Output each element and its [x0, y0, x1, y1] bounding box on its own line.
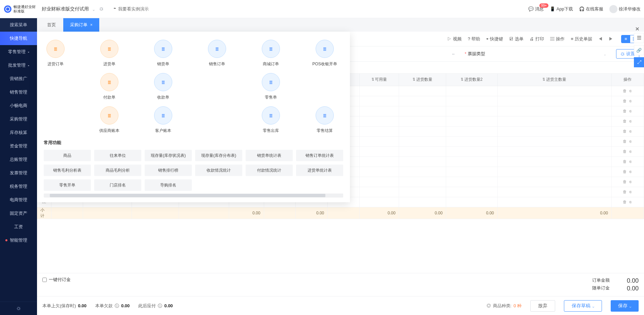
sidebar-item-13[interactable]: 固定资产: [0, 207, 37, 220]
th-inmain[interactable]: ⇅ 进货主数量: [497, 74, 611, 86]
common-function-chip[interactable]: 门店排名: [94, 179, 141, 191]
sidebar-item-7[interactable]: 库存核算: [0, 126, 37, 139]
org-settings-icon[interactable]: ⚙: [99, 6, 104, 11]
dock-btn-2[interactable]: 🔗: [634, 45, 644, 55]
delete-row-icon[interactable]: 🗑: [623, 89, 627, 93]
scrollbar-thumb[interactable]: [50, 194, 325, 197]
delete-row-icon[interactable]: 🗑: [623, 129, 627, 134]
delete-row-icon[interactable]: 🗑: [623, 139, 627, 144]
quicknav-node[interactable]: 销售订单: [205, 40, 229, 67]
common-function-chip[interactable]: 零售开单: [44, 179, 91, 191]
save-button[interactable]: 保存 ⌄: [611, 300, 639, 312]
next-doc-button[interactable]: ▶: [609, 36, 613, 42]
common-function-chip[interactable]: 收款情况统计: [195, 165, 242, 176]
tab-home[interactable]: 首页: [40, 18, 63, 32]
sidebar-item-2[interactable]: 批发管理▴: [0, 59, 37, 72]
sidebar-item-9[interactable]: 总账管理: [0, 153, 37, 166]
quicknav-node[interactable]: 进货单: [98, 40, 121, 67]
add-row-icon[interactable]: ⊕: [629, 119, 632, 124]
quicknav-node[interactable]: 零售结算: [313, 106, 336, 134]
save-draft-button[interactable]: 保存草稿 ⌄: [564, 300, 602, 312]
common-function-chip[interactable]: 付款情况统计: [246, 165, 293, 176]
messages-button[interactable]: 💬 消息 99+: [528, 6, 544, 12]
user-menu[interactable]: 徐泽华修改: [609, 5, 641, 13]
th-inqty2[interactable]: ⇅ 进货数量2: [446, 74, 498, 86]
add-row-icon[interactable]: ⊕: [629, 89, 632, 93]
sidebar-item-1[interactable]: 零售管理▾: [0, 45, 37, 59]
th-avail[interactable]: ⇅ 可用量: [360, 74, 399, 86]
add-row-icon[interactable]: ⊕: [629, 99, 632, 103]
quicknav-node[interactable]: 客户账本: [151, 106, 175, 134]
view-list-button[interactable]: ≡: [621, 35, 630, 43]
sidebar-item-12[interactable]: 电商管理: [0, 193, 37, 207]
video-button[interactable]: ▷ 视频: [447, 36, 462, 42]
add-row-icon[interactable]: ⊕: [629, 200, 632, 204]
sidebar-item-8[interactable]: 资金管理: [0, 139, 37, 153]
sidebar-item-10[interactable]: 发票管理: [0, 166, 37, 180]
quicknav-node[interactable]: 销货单: [151, 40, 175, 67]
dock-btn-3[interactable]: ⤢: [634, 57, 644, 67]
history-button[interactable]: ≡ 历史单据: [571, 36, 592, 42]
sidebar-search[interactable]: 搜索菜单: [0, 18, 37, 32]
add-row-icon[interactable]: ⊕: [629, 159, 632, 164]
quicknav-node[interactable]: 零售单: [259, 73, 283, 100]
add-row-icon[interactable]: ⊕: [629, 129, 632, 134]
print-button[interactable]: 🖨 打印: [530, 36, 544, 42]
abandon-button[interactable]: 放弃: [530, 300, 555, 312]
invoice-type-field[interactable]: 票据类型 ⌄: [465, 51, 606, 57]
sidebar-item-6[interactable]: 采购管理: [0, 112, 37, 126]
add-row-icon[interactable]: ⊕: [629, 139, 632, 144]
demo-link[interactable]: ☁ 我要看实例演示: [114, 6, 149, 12]
common-function-chip[interactable]: 销货单统计表: [246, 150, 293, 161]
common-function-chip[interactable]: 现存量(库存分布表): [195, 150, 242, 161]
quicknav-node[interactable]: 付款单: [98, 73, 121, 100]
delete-row-icon[interactable]: 🗑: [623, 169, 627, 174]
common-function-chip[interactable]: 销售订单统计表: [296, 150, 343, 161]
sidebar-item-15[interactable]: 智能管理: [0, 234, 37, 247]
delete-row-icon[interactable]: 🗑: [623, 149, 627, 154]
quicknav-node[interactable]: 零售出库: [259, 106, 283, 134]
org-selector[interactable]: 好业财标准版交付试用 ⌄: [42, 6, 95, 12]
delete-row-icon[interactable]: 🗑: [623, 119, 627, 124]
customer-service-button[interactable]: 🎧 在线客服: [579, 6, 603, 12]
sidebar-item-11[interactable]: 税务管理: [0, 180, 37, 193]
quicknav-node[interactable]: POS收银开单: [313, 40, 336, 67]
sidebar-item-14[interactable]: 工资: [0, 220, 37, 234]
delete-row-icon[interactable]: 🗑: [623, 99, 627, 103]
add-row-icon[interactable]: ⊕: [629, 169, 632, 174]
delete-row-icon[interactable]: 🗑: [623, 109, 627, 113]
help-icon[interactable]: ⓘ: [158, 303, 162, 309]
tab-purchase-order[interactable]: 采购订单 ×: [63, 18, 99, 32]
shortcut-button[interactable]: ⌨ 快捷键: [486, 36, 503, 42]
sidebar-item-0[interactable]: 快捷导航: [0, 32, 37, 45]
quicknav-node[interactable]: 进货订单: [44, 40, 67, 67]
operate-button[interactable]: ▤ 操作: [550, 36, 565, 42]
add-row-icon[interactable]: ⊕: [629, 179, 632, 184]
common-function-chip[interactable]: 现存量(库存状况表): [145, 150, 192, 161]
delete-row-icon[interactable]: 🗑: [623, 200, 627, 204]
deposit-checkbox-input[interactable]: [42, 278, 47, 282]
delete-row-icon[interactable]: 🗑: [623, 179, 627, 184]
delete-row-icon[interactable]: 🗑: [623, 159, 627, 164]
prev-doc-button[interactable]: ◀: [598, 36, 603, 42]
add-row-icon[interactable]: ⊕: [629, 189, 632, 194]
sidebar-settings-button[interactable]: ⚙: [0, 302, 37, 315]
select-button[interactable]: ☑ 选单: [509, 36, 524, 42]
common-function-chip[interactable]: 销售排行榜: [145, 165, 192, 176]
dock-btn-1[interactable]: ☰: [634, 33, 644, 43]
common-function-chip[interactable]: 商品毛利分析: [94, 165, 141, 176]
common-function-chip[interactable]: 进货单统计表: [296, 165, 343, 176]
help-button[interactable]: ? 帮助: [468, 36, 480, 42]
add-row-icon[interactable]: ⊕: [629, 149, 632, 154]
sidebar-item-5[interactable]: 小畅电商: [0, 99, 37, 112]
add-row-icon[interactable]: ⊕: [629, 109, 632, 113]
more-fields-icon[interactable]: ⋯: [452, 51, 455, 57]
th-inqty[interactable]: ⇅ 进货数量: [399, 74, 446, 86]
quicknav-node[interactable]: 收款单: [151, 73, 175, 100]
tab-close-icon[interactable]: ×: [90, 23, 93, 27]
sidebar-item-3[interactable]: 营销推广: [0, 72, 37, 85]
common-function-chip[interactable]: 往来单位: [94, 150, 141, 161]
help-icon[interactable]: ⓘ: [115, 303, 119, 309]
popover-scrollbar[interactable]: [44, 194, 343, 198]
close-all-tabs-button[interactable]: ✕: [631, 27, 644, 32]
